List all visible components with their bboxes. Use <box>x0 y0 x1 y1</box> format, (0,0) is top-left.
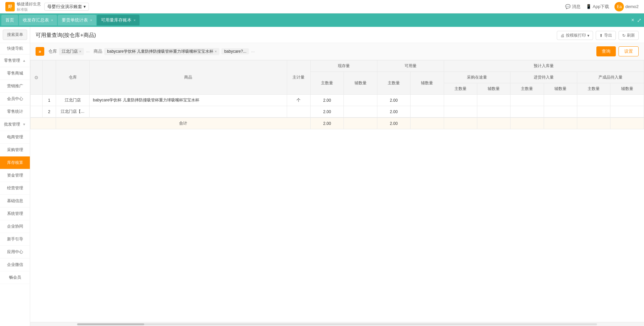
warehouse-tag-close[interactable]: × <box>79 49 81 53</box>
export-icon: ⬆ <box>599 33 603 38</box>
row2-purchase-main <box>444 106 477 118</box>
tab-bar: 首页 收发存汇总表 × 要货单统计表 × 可用量库存账本 × × ⤢ <box>0 13 644 27</box>
sidebar-item-enterprise-collab[interactable]: 企业协同 <box>0 220 30 233</box>
sidebar-retail-mgmt-label: 零售管理 <box>4 58 20 63</box>
footer-purchase-aux <box>477 118 510 129</box>
user-action[interactable]: Ea demo2 <box>614 2 639 11</box>
tab-available-close[interactable]: × <box>133 18 136 22</box>
sidebar-item-basic-info[interactable]: 基础信息 <box>0 195 30 207</box>
sidebar-ecommerce-label: 电商管理 <box>7 135 23 139</box>
tab-maximize[interactable]: ⤢ <box>637 17 641 24</box>
sidebar-enterprise-wechat-label: 企业微信 <box>7 262 23 267</box>
row1-product-aux <box>610 95 644 106</box>
query-label: 查询 <box>602 49 610 54</box>
header-right: 💬 消息 📱 App下载 Ea demo2 <box>565 2 639 11</box>
product-tag-1-close[interactable]: × <box>215 49 217 53</box>
tab-order-stats[interactable]: 要货单统计表 × <box>58 15 96 26</box>
warehouse-filter: 仓库 江北门店 × ··· <box>48 48 90 55</box>
sidebar-item-enterprise-wechat[interactable]: 企业微信 <box>0 259 30 271</box>
filter-toggle-button[interactable]: » <box>36 47 44 56</box>
industry-label: 母婴行业演示账套 <box>47 4 82 10</box>
th-avail-aux: 辅数量 <box>411 72 444 95</box>
row2-current-main: 2.00 <box>310 106 343 118</box>
query-button[interactable]: 查询 <box>596 46 616 56</box>
th-product: 商品 <box>90 60 287 95</box>
row2-product-main <box>577 106 610 118</box>
tab-income-close[interactable]: × <box>51 18 53 22</box>
filter-bar: » 仓库 江北门店 × ··· 商品 babycare学饮杯 儿童防摔防撞吸管杯… <box>30 43 644 60</box>
row2-product-aux <box>610 106 644 118</box>
row1-current-aux <box>344 95 377 106</box>
th-product-inbound: 产成品待入量 <box>577 72 644 83</box>
sidebar-item-system-mgmt[interactable]: 系统管理 <box>0 207 30 220</box>
sidebar-item-purchase-mgmt[interactable]: 采购管理 <box>0 144 30 156</box>
sidebar-item-new-guide[interactable]: 新手引导 <box>0 233 30 246</box>
sidebar-item-inventory-check[interactable]: 库存核算 <box>0 156 30 169</box>
sidebar-finance-label: 资金管理 <box>7 173 23 178</box>
sidebar-item-marketing[interactable]: 营销推广 <box>0 80 30 93</box>
th-warehouse: 仓库 <box>56 60 90 95</box>
sidebar-new-guide-label: 新手引导 <box>7 237 23 241</box>
row1-warehouse: 江北门店 <box>56 95 90 106</box>
horizontal-scrollbar[interactable] <box>30 322 644 326</box>
product-tag-1-value: babycare学饮杯 儿童防摔防撞吸管杯重力球吸嘴杯宝宝水杯 <box>107 49 213 54</box>
sidebar-item-ecommerce-mgmt[interactable]: 电商管理 <box>0 131 30 144</box>
row2-product <box>90 106 287 118</box>
column-settings-icon[interactable]: ⚙ <box>34 75 39 80</box>
sidebar-item-app-center[interactable]: 应用中心 <box>0 246 30 259</box>
tab-close-all[interactable]: × <box>631 17 634 23</box>
warehouse-more[interactable]: ··· <box>86 49 90 54</box>
app-icon: 📱 <box>586 4 591 9</box>
print-template-button[interactable]: 🖨 按模板打印 ▾ <box>557 31 593 40</box>
print-icon: 🖨 <box>560 33 565 38</box>
row1-product: babycare学饮杯 儿童防摔防撞吸管杯重力球吸嘴杯宝宝水杯 <box>90 95 287 106</box>
sidebar-inventory-label: 库存核算 <box>7 160 23 165</box>
product-filter: 商品 babycare学饮杯 儿童防摔防撞吸管杯重力球吸嘴杯宝宝水杯 × bab… <box>94 48 255 55</box>
scrollbar-thumb[interactable] <box>77 323 144 325</box>
refresh-button[interactable]: ↻ 刷新 <box>619 31 639 40</box>
username-label: demo2 <box>625 4 639 9</box>
app-download-label: App下载 <box>593 4 609 10</box>
industry-selector[interactable]: 母婴行业演示账套 ▾ <box>44 3 89 11</box>
data-table: ⚙ 仓库 商品 主计量 现存量 <box>30 60 644 129</box>
sidebar-item-member[interactable]: 畅会员 <box>0 271 30 284</box>
chevron-down-icon: ▾ <box>587 33 589 38</box>
warehouse-tag-value: 江北门店 <box>62 49 78 54</box>
scrollbar-track <box>77 323 597 325</box>
export-button[interactable]: ⬆ 导出 <box>596 31 616 40</box>
sidebar-item-retail-mall[interactable]: 零售商城 <box>0 67 30 80</box>
row1-current-main: 2.00 <box>310 95 343 106</box>
tab-home[interactable]: 首页 <box>1 15 18 26</box>
search-menu-button[interactable]: 搜索菜单 <box>3 30 27 40</box>
row2-settings <box>31 106 43 118</box>
footer-inbound-aux <box>544 118 577 129</box>
sidebar-ops-label: 经营管理 <box>7 186 23 190</box>
th-settings: ⚙ <box>31 60 43 95</box>
tab-available-stock[interactable]: 可用量库存账本 × <box>97 15 140 26</box>
th-purchase-main: 主数量 <box>444 83 477 95</box>
page-actions: 🖨 按模板打印 ▾ ⬆ 导出 ↻ 刷新 <box>557 31 639 40</box>
app-download-action[interactable]: 📱 App下载 <box>586 4 609 10</box>
row1-no: 1 <box>43 95 56 106</box>
th-purchase-inbound: 进货待入量 <box>511 72 577 83</box>
logo-text: 畅捷通好生意 <box>17 1 41 7</box>
table-area: ⚙ 仓库 商品 主计量 现存量 <box>30 60 644 322</box>
footer-avail-aux <box>411 118 444 129</box>
tab-order-close[interactable]: × <box>90 18 92 22</box>
settings-button[interactable]: 设置 <box>619 46 639 56</box>
footer-current-main: 2.00 <box>310 118 343 129</box>
sidebar-item-retail-mgmt[interactable]: 零售管理 ▲ <box>0 54 30 67</box>
warehouse-tag: 江北门店 × <box>59 48 84 55</box>
sidebar-item-wholesale-mgmt[interactable]: 批发管理 ▼ <box>0 118 30 131</box>
warehouse-label: 仓库 <box>48 48 57 54</box>
sidebar-item-ops-mgmt[interactable]: 经营管理 <box>0 182 30 195</box>
sidebar-search-area: 搜索菜单 <box>0 27 30 43</box>
sidebar-quick-nav[interactable]: 快捷导航 <box>0 43 30 54</box>
sidebar-item-finance-mgmt[interactable]: 资金管理 <box>0 169 30 182</box>
message-action[interactable]: 💬 消息 <box>565 4 581 10</box>
sidebar-item-retail-stats[interactable]: 零售统计 <box>0 105 30 118</box>
row2-avail-main: 2.00 <box>377 106 410 118</box>
sidebar-item-member-center[interactable]: 会员中心 <box>0 93 30 105</box>
tab-income-summary[interactable]: 收发存汇总表 × <box>19 15 57 26</box>
product-more[interactable]: ··· <box>251 49 255 54</box>
